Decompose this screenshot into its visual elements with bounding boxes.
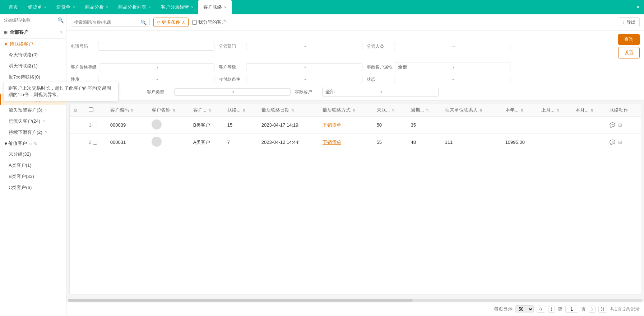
help-icon[interactable]: ?	[43, 119, 45, 123]
filter-price-level-select[interactable]: ▾	[99, 63, 214, 71]
action-chat-icon[interactable]: 💬	[610, 122, 615, 128]
filter-dept-select[interactable]: ▾	[246, 43, 362, 50]
nav-purchase-order[interactable]: 进货单 ×	[51, 0, 80, 14]
col-header-name[interactable]: 客户名称 ⇅	[148, 104, 189, 117]
row-type-cell: B类客户	[190, 117, 224, 134]
prev-page-button[interactable]: ⟨	[548, 306, 555, 313]
filter-status-select[interactable]: ▾	[394, 76, 510, 83]
filter-phone: 电话号码	[71, 42, 214, 51]
next-page-button[interactable]: ⟩	[589, 306, 596, 313]
filter-price-level: 客户价格等级 ▾	[71, 63, 214, 71]
sidebar-item-tomorrow-pending[interactable]: 明天待联络(1)	[0, 61, 66, 72]
col-header-contact-person[interactable]: 往来单位联系人 ⇅	[441, 104, 502, 117]
close-icon[interactable]: ×	[106, 5, 108, 9]
sort-icon: ⇅	[392, 108, 395, 112]
close-icon[interactable]: ×	[44, 5, 46, 9]
filter-customer-type-select[interactable]: ▾	[174, 88, 291, 96]
close-app-icon[interactable]: ×	[636, 4, 640, 10]
row-checkbox[interactable]	[93, 123, 97, 127]
col-header-no-contact[interactable]: 未联... ⇅	[373, 104, 407, 117]
nav-product-analysis[interactable]: 商品分析 ×	[80, 0, 113, 14]
col-header-last-contact-method[interactable]: 最后联络方式 ⇅	[319, 104, 373, 117]
collapse-icon[interactable]: »	[60, 30, 62, 35]
avatar	[152, 119, 162, 129]
row-checkbox[interactable]	[93, 140, 97, 145]
edit-icon[interactable]: ✎	[33, 141, 37, 146]
filter-scatter-customer: 零散客户 全部 ▾	[295, 87, 439, 97]
col-header-last-month[interactable]: 上月... ⇅	[538, 104, 572, 117]
filter-phone-input[interactable]	[98, 42, 214, 51]
nav-customer-contact[interactable]: 客户联络 ×	[198, 0, 231, 14]
setting-button[interactable]: 设置	[618, 47, 640, 58]
row-number: 2	[89, 140, 91, 145]
query-button[interactable]: 查询	[618, 34, 640, 45]
filter-payment-terms-select[interactable]: ▾	[246, 76, 362, 83]
filter-scatter-customer-select[interactable]: 全部 ▾	[322, 87, 439, 97]
filter-scatter-attr-label: 零散客户属性	[367, 64, 393, 70]
chevron-down-icon: ▾	[304, 65, 359, 69]
sidebar-item-today-pending[interactable]: 今天待联络(0)	[0, 49, 66, 61]
row-last-contact-method-cell: 下销货单	[319, 134, 373, 151]
circle-icon[interactable]: ○	[29, 141, 32, 146]
col-header-last-contact-date[interactable]: 最后联络日期 ⇅	[258, 104, 319, 117]
nav-customer-segmentation[interactable]: 客户分层经营 ×	[156, 0, 198, 14]
nav-product-analysis-list[interactable]: 商品分析列表 ×	[113, 0, 156, 14]
filter-customer-level-select[interactable]: ▾	[246, 63, 362, 71]
sidebar-search-icon[interactable]: 🔍	[57, 17, 64, 23]
chevron-down-icon: ▾	[380, 90, 435, 94]
action-chat-icon[interactable]: 💬	[610, 140, 615, 145]
page-input[interactable]	[565, 306, 578, 313]
first-page-button[interactable]: ⟨⟨	[537, 306, 545, 313]
close-icon[interactable]: ×	[73, 5, 75, 9]
sidebar-item-class-c[interactable]: C类客户(6)	[0, 182, 66, 193]
chevron-down-icon: ···	[452, 44, 507, 48]
search-input[interactable]	[74, 20, 140, 25]
sidebar-item-churn-warning[interactable]: 流失预警客户(3) ?	[0, 105, 66, 116]
contact-method-link[interactable]: 下销货单	[323, 140, 341, 145]
sidebar-item-unclassified[interactable]: 未分组(32)	[0, 149, 66, 160]
help-icon[interactable]: ?	[45, 108, 47, 112]
export-button[interactable]: ↑ 导出	[619, 17, 640, 27]
select-all-checkbox[interactable]	[89, 107, 93, 112]
filter-row-1: 电话号码 分管部门 ▾ 分管人员 ···	[71, 30, 640, 58]
col-header-contact-count[interactable]: 联络... ⇅	[224, 104, 258, 117]
filter-row-4: ... 客户类型 ▾ 零散客户 全部 ▾	[71, 83, 640, 97]
my-customers-checkbox[interactable]	[192, 20, 197, 25]
per-page-label: 每页显示	[494, 306, 513, 312]
close-icon[interactable]: ×	[224, 5, 226, 9]
last-page-button[interactable]: ⟩⟩	[598, 306, 607, 313]
col-header-this-year[interactable]: 本年... ⇅	[502, 104, 538, 117]
col-header-type[interactable]: 客户... ⇅	[190, 104, 224, 117]
sidebar-group-value-customer[interactable]: ▼ 价值客户 ○ ✎	[0, 138, 66, 149]
nav-home[interactable]: 首页	[4, 0, 23, 14]
col-header-code[interactable]: 客户编码 ⇅	[107, 104, 148, 117]
horizontal-scrollbar[interactable]	[66, 298, 644, 302]
sidebar-item-class-b[interactable]: B类客户(33)	[0, 171, 66, 182]
contact-method-link[interactable]: 下销货单	[323, 122, 341, 128]
sidebar-item-class-a[interactable]: A类客户(1)	[0, 160, 66, 171]
filter-scatter-attr: 零散客户属性 全部 ▾	[367, 62, 510, 72]
sidebar-search-input[interactable]	[4, 18, 57, 23]
sidebar-item-churned[interactable]: 已流失客户(24) ?	[0, 116, 66, 127]
close-icon[interactable]: ×	[191, 5, 193, 9]
action-more-icon[interactable]: ⊞	[618, 122, 622, 128]
action-more-icon[interactable]: ⊞	[618, 140, 622, 145]
sidebar-item-week-pending[interactable]: 近7天待联络(0)	[0, 72, 66, 83]
sidebar-group-pending-contact[interactable]: ▼ 待联络客户	[0, 39, 66, 49]
col-header-overdue[interactable]: 逾期... ⇅	[407, 104, 441, 117]
pagination-bar: 每页显示 10 20 50 100 ⟨⟨ ⟨ 第 页 ⟩ ⟩⟩ 共1页 2条记录	[66, 302, 644, 316]
sort-icon: ⇅	[590, 108, 593, 112]
close-icon[interactable]: ×	[148, 5, 150, 9]
per-page-select[interactable]: 10 20 50 100	[515, 305, 534, 313]
help-icon[interactable]: ?	[45, 130, 47, 135]
col-header-this-month[interactable]: 本月... ⇅	[572, 104, 606, 117]
nav-sales-order[interactable]: 销货单 ×	[23, 0, 51, 14]
sidebar-item-declining[interactable]: 持续下滑客户(2) ?	[0, 127, 66, 138]
filter-manager-select[interactable]: ···	[394, 43, 510, 50]
filter-scatter-attr-select[interactable]: 全部 ▾	[395, 62, 510, 72]
search-icon[interactable]: 🔍	[140, 19, 147, 25]
more-conditions-button[interactable]: ▽ 更多条件 ∧	[153, 18, 189, 27]
row-last-month-cell	[538, 117, 572, 134]
settings-col-header[interactable]: ⚙	[70, 104, 85, 117]
filter-phone-label: 电话号码	[71, 43, 96, 49]
